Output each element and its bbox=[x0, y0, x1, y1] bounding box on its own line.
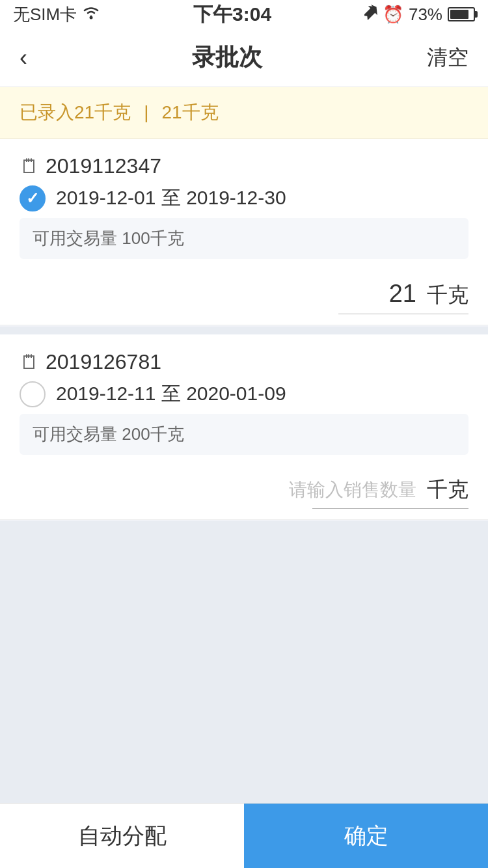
section-separator bbox=[0, 327, 488, 334]
batch2-input-wrap: 请输入销售数量 千克 bbox=[20, 476, 468, 509]
auto-distribute-button[interactable]: 自动分配 bbox=[0, 804, 244, 868]
batch2-available: 可用交易量 200千克 bbox=[20, 414, 468, 455]
confirm-button[interactable]: 确定 bbox=[244, 804, 488, 868]
batch1-date-row[interactable]: 2019-12-01 至 2019-12-30 bbox=[0, 178, 488, 218]
batch2-icon: 🗒 bbox=[20, 351, 39, 373]
batch1-amount-value: 21 bbox=[389, 280, 416, 308]
batch1-amount-container: 21 千克 bbox=[338, 280, 468, 314]
batch1-amount-unit: 千克 bbox=[427, 281, 468, 310]
batch2-date-row[interactable]: 2019-12-11 至 2020-01-09 bbox=[0, 374, 488, 414]
status-time: 下午3:04 bbox=[193, 1, 271, 28]
batch1-date: 2019-12-01 至 2019-12-30 bbox=[56, 185, 286, 211]
battery-icon bbox=[448, 7, 475, 21]
summary-value: 21千克 bbox=[161, 100, 218, 125]
batch2-input-row[interactable]: 请输入销售数量 千克 bbox=[0, 465, 488, 520]
status-right: ⏰ 73% bbox=[364, 5, 475, 25]
batch2-quantity-placeholder: 请输入销售数量 bbox=[20, 478, 416, 502]
back-button[interactable]: ‹ bbox=[20, 44, 27, 72]
page-title: 录批次 bbox=[192, 42, 262, 74]
batch2-input-inner: 请输入销售数量 千克 bbox=[20, 476, 468, 504]
batch2-header: 🗒 2019126781 bbox=[0, 334, 488, 374]
battery-percent: 73% bbox=[409, 5, 442, 25]
batch2-radio[interactable] bbox=[20, 381, 46, 407]
svg-point-0 bbox=[90, 16, 93, 19]
batch1-radio[interactable] bbox=[20, 185, 46, 211]
batch1-icon: 🗒 bbox=[20, 156, 39, 178]
batch1-number: 2019112347 bbox=[46, 154, 161, 178]
summary-banner: 已录入21千克 | 21千克 bbox=[0, 87, 488, 139]
batch2-input-sep bbox=[312, 508, 468, 509]
wifi-icon bbox=[82, 5, 100, 25]
grey-area bbox=[0, 521, 488, 814]
status-left: 无SIM卡 bbox=[13, 3, 100, 26]
batch2-number: 2019126781 bbox=[46, 350, 161, 374]
batch2-date: 2019-12-11 至 2020-01-09 bbox=[56, 381, 286, 407]
batch1-card: 🗒 2019112347 2019-12-01 至 2019-12-30 可用交… bbox=[0, 139, 488, 325]
alarm-icon: ⏰ bbox=[383, 5, 403, 25]
batch1-amount-row: 21 千克 bbox=[0, 269, 488, 325]
batch2-card: 🗒 2019126781 2019-12-11 至 2020-01-09 可用交… bbox=[0, 334, 488, 520]
batch2-unit: 千克 bbox=[427, 476, 468, 504]
status-bar: 无SIM卡 下午3:04 ⏰ 73% bbox=[0, 0, 488, 29]
location-icon bbox=[364, 5, 377, 25]
summary-divider: | bbox=[144, 102, 148, 123]
recorded-label: 已录入21千克 bbox=[20, 100, 131, 125]
batch1-header: 🗒 2019112347 bbox=[0, 139, 488, 178]
clear-button[interactable]: 清空 bbox=[427, 44, 468, 72]
batch1-amount-line: 21 千克 bbox=[389, 280, 468, 310]
batch1-amount-sep bbox=[338, 314, 468, 314]
bottom-bar: 自动分配 确定 bbox=[0, 803, 488, 868]
batch1-available: 可用交易量 100千克 bbox=[20, 218, 468, 259]
carrier-text: 无SIM卡 bbox=[13, 3, 77, 26]
nav-bar: ‹ 录批次 清空 bbox=[0, 29, 488, 87]
